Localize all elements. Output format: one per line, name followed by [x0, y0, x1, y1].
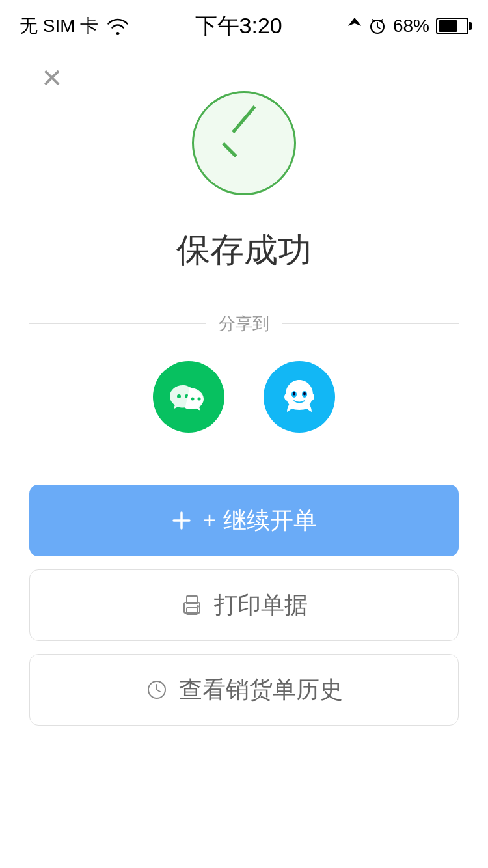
svg-point-14: [308, 393, 314, 401]
svg-point-5: [177, 394, 181, 398]
svg-point-18: [197, 605, 199, 608]
print-label: 打印单据: [214, 590, 308, 621]
success-title: 保存成功: [176, 228, 312, 273]
share-icons: [153, 361, 335, 433]
svg-line-3: [372, 20, 375, 21]
close-button[interactable]: ✕: [33, 59, 72, 98]
wechat-share-button[interactable]: [153, 361, 224, 433]
location-icon: [347, 17, 362, 35]
divider-line-right: [282, 323, 459, 324]
action-buttons: + 继续开单 打印单据 查看销货单历史: [29, 485, 459, 726]
history-icon: [145, 678, 169, 701]
qq-share-button[interactable]: [264, 361, 335, 433]
wifi-icon: [106, 16, 129, 36]
status-bar: 无 SIM 卡 下午3:20 68%: [0, 0, 488, 52]
svg-point-11: [293, 392, 295, 396]
status-right: 68%: [347, 16, 468, 36]
svg-point-8: [198, 398, 201, 401]
continue-button[interactable]: + 继续开单: [29, 485, 459, 556]
divider-line-left: [29, 323, 206, 324]
share-label: 分享到: [219, 312, 269, 335]
status-left: 无 SIM 卡: [20, 14, 129, 38]
status-time: 下午3:20: [195, 11, 282, 41]
share-divider: 分享到: [29, 312, 459, 335]
history-button[interactable]: 查看销货单历史: [29, 654, 459, 726]
plus-icon: [171, 510, 192, 531]
svg-point-12: [303, 392, 306, 396]
success-circle: [192, 91, 296, 195]
alarm-icon: [368, 17, 386, 35]
svg-point-13: [284, 393, 291, 401]
no-sim-text: 无 SIM 卡: [20, 14, 98, 38]
battery-percent: 68%: [393, 16, 429, 36]
qq-icon: [280, 376, 319, 418]
print-icon: [180, 593, 204, 617]
continue-label: + 继续开单: [202, 505, 316, 537]
svg-point-7: [191, 398, 195, 401]
battery-indicator: [436, 18, 468, 34]
svg-line-4: [380, 20, 383, 21]
main-content: 保存成功 分享到: [0, 52, 488, 726]
print-button[interactable]: 打印单据: [29, 569, 459, 641]
close-icon: ✕: [41, 65, 63, 91]
wechat-icon: [169, 380, 209, 414]
history-label: 查看销货单历史: [179, 674, 343, 706]
svg-line-2: [377, 27, 380, 29]
checkmark-icon: [218, 124, 270, 163]
